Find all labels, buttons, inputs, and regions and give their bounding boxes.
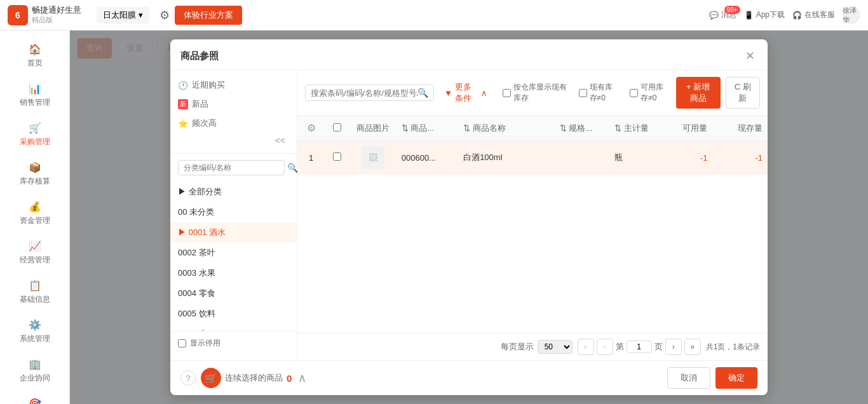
category-list: ▶ 全部分类 00 未分类 ▶ 0001 酒水 0002 茶叶 (170, 179, 297, 331)
collapse-footer-button[interactable]: ∧ (298, 371, 306, 385)
category-0005[interactable]: 0005 饮料 (170, 304, 297, 324)
avail-nonzero-filter[interactable]: 可用库存≠0 (630, 82, 671, 104)
trial-button[interactable]: 体验行业方案 (175, 6, 242, 25)
col-header-code[interactable]: ⇅ 商品... (397, 116, 458, 141)
category-0002[interactable]: 0002 茶叶 (170, 243, 297, 263)
stock-nonzero-checkbox[interactable] (579, 89, 587, 97)
category-0008[interactable]: 0008 水 (170, 324, 297, 331)
new-product-item[interactable]: 新 新品 (170, 95, 297, 114)
select-all-checkbox[interactable] (333, 123, 341, 131)
finance-icon: 💰 (28, 199, 42, 213)
sidebar-item-sales[interactable]: 📊 销售管理 (0, 75, 69, 114)
row-unit: 瓶 (609, 141, 658, 175)
sidebar-item-enterprise[interactable]: 🏢 企业协同 (0, 351, 69, 390)
sidebar-item-guide[interactable]: 🎯 新手引导 (0, 390, 69, 404)
messages-nav[interactable]: 💬 消息 99+ (709, 10, 736, 20)
star-icon: ⭐ (178, 119, 188, 128)
refresh-button[interactable]: C 刷新 (726, 77, 760, 109)
product-search-icon[interactable]: 🔍 (417, 88, 428, 98)
next-page-button[interactable]: › (665, 339, 682, 355)
high-frequency-item[interactable]: ⭐ 频次高 (170, 114, 297, 133)
col-header-settings: ⚙ (297, 116, 325, 141)
modal-overlay: 商品参照 ✕ 🕐 近期购买 新 新品 (70, 30, 868, 404)
page-size-label: 每页显示 (501, 341, 534, 353)
cat-00-label: 00 未分类 (178, 206, 214, 218)
sidebar-item-inventory[interactable]: 📦 库存核算 (0, 154, 69, 193)
cat-0002-label: 0002 茶叶 (178, 247, 215, 259)
table-row[interactable]: 1 🖼 (297, 141, 768, 175)
footer-actions: 取消 确定 (667, 367, 757, 389)
sidebar-item-finance[interactable]: 💰 资金管理 (0, 193, 69, 232)
table-action-buttons: + 新增商品 C 刷新 (676, 77, 760, 109)
category-0004[interactable]: 0004 零食 (170, 283, 297, 304)
page-number-input[interactable] (627, 340, 652, 353)
store-selector[interactable]: 日太阳膜 ▾ (97, 7, 149, 24)
modal-close-button[interactable]: ✕ (742, 48, 757, 64)
cat-0004-label: 0004 零食 (178, 288, 215, 299)
add-product-button[interactable]: + 新增商品 (676, 77, 721, 109)
prev-page-button[interactable]: ‹ (597, 339, 613, 355)
cancel-button[interactable]: 取消 (667, 367, 710, 389)
row-stock: -1 (712, 141, 768, 175)
row-num: 1 (297, 141, 325, 175)
pagination-bar: 每页显示 50 10 20 100 « ‹ (297, 333, 768, 360)
filter-up-icon: ∧ (481, 88, 487, 98)
message-icon: 💬 (709, 11, 719, 20)
user-avatar[interactable]: 徐泽华 (843, 6, 860, 24)
sidebar-item-operations[interactable]: 📈 经营管理 (0, 232, 69, 272)
sidebar-item-system[interactable]: ⚙️ 系统管理 (0, 311, 69, 351)
dropdown-icon: ▾ (139, 10, 143, 20)
cat-0003-label: 0003 水果 (178, 267, 215, 279)
category-all[interactable]: ▶ 全部分类 (170, 182, 297, 202)
category-0001[interactable]: ▶ 0001 酒水 (170, 222, 297, 243)
purchase-icon: 🛒 (28, 121, 42, 135)
col-header-unit[interactable]: ⇅ 主计量 (609, 116, 658, 141)
stock-nonzero-filter[interactable]: 现有库存≠0 (579, 82, 620, 104)
new-icon: 新 (178, 99, 188, 109)
message-badge: 99+ (724, 6, 740, 14)
more-filters-button[interactable]: ▼ 更多条件 ∧ (439, 79, 492, 107)
category-search-icon[interactable]: 🔍 (287, 163, 298, 173)
modal-footer: ? 🛒 连续选择的商品 0 ∧ 取消 确定 (170, 360, 768, 395)
category-search-input[interactable] (178, 160, 285, 175)
col-header-spec[interactable]: ⇅ 规格... (555, 116, 610, 141)
help-icon-button[interactable]: ? (180, 370, 196, 386)
product-search-input[interactable] (311, 88, 417, 98)
sort-icon-spec: ⇅ (560, 123, 567, 133)
last-page-button[interactable]: » (684, 339, 701, 355)
first-page-button[interactable]: « (578, 339, 594, 355)
recent-purchase-item[interactable]: 🕐 近期购买 (170, 76, 297, 95)
page-size-selector: 每页显示 50 10 20 100 (501, 340, 573, 354)
column-settings-icon[interactable]: ⚙ (307, 123, 316, 133)
row-spec (555, 141, 610, 175)
sidebar-item-basic-info[interactable]: 📋 基础信息 (0, 272, 69, 311)
row-checkbox[interactable] (333, 152, 341, 161)
col-header-check (325, 116, 349, 141)
warehouse-filter[interactable]: 按仓库显示现有库存 (503, 82, 568, 104)
row-name: 白酒100ml (458, 141, 554, 175)
app-download-nav[interactable]: 📱 App下载 (744, 10, 785, 20)
logo-area: 6 畅捷通好生意 精品版 (8, 5, 84, 25)
sidebar-label-system: 系统管理 (20, 333, 50, 344)
avail-nonzero-checkbox[interactable] (630, 89, 638, 97)
content-area: 查询 设置 刷新 商品参照 ✕ 🕐 近期购买 (70, 30, 868, 404)
col-header-stock: 现存量 (712, 116, 768, 141)
product-table-body: 1 🖼 (297, 141, 768, 175)
display-disabled-area: 显示停用 (170, 331, 297, 355)
warehouse-checkbox[interactable] (503, 89, 511, 97)
col-header-name[interactable]: ⇅ 商品名称 (458, 116, 554, 141)
confirm-button[interactable]: 确定 (715, 367, 757, 389)
page-size-select[interactable]: 50 10 20 100 (538, 340, 573, 354)
product-table-area: ⚙ 商品图片 (297, 116, 768, 333)
category-0003[interactable]: 0003 水果 (170, 263, 297, 283)
operations-icon: 📈 (28, 239, 42, 253)
category-00[interactable]: 00 未分类 (170, 202, 297, 222)
sidebar-item-purchase[interactable]: 🛒 采购管理 (0, 114, 69, 154)
gear-icon[interactable]: ⚙ (159, 8, 170, 22)
recent-purchase-label: 近期购买 (192, 79, 225, 91)
online-service-nav[interactable]: 🎧 在线客服 (792, 10, 835, 20)
display-disabled-checkbox[interactable] (178, 339, 186, 347)
cart-icon[interactable]: 🛒 (201, 368, 221, 388)
collapse-category-button[interactable]: << (274, 134, 287, 147)
sidebar-item-home[interactable]: 🏠 首页 (0, 36, 69, 75)
